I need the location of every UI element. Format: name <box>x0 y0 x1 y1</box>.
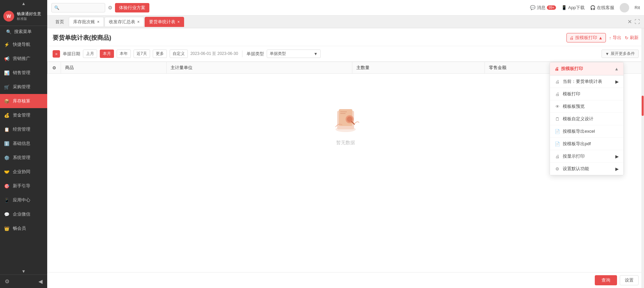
content-scrollbar <box>641 28 644 288</box>
expand-more-btn[interactable]: ▼ 展开更多条件 <box>602 50 639 58</box>
display-print-icon: 🖨 <box>555 154 560 159</box>
sidebar-bottom: ⚙ ◀ <box>0 275 47 288</box>
date-this-year-btn[interactable]: 本年 <box>117 50 131 58</box>
col-quantity: 主数量 <box>352 62 485 74</box>
sidebar-item-member[interactable]: 👑 畅会员 <box>0 221 47 235</box>
print-dropdown: 🖨 按模板打印 ▲ 🖨 当前：要货单统计表 ▶ 🖨 模板打印 👁 模板板预览 <box>550 62 624 175</box>
refresh-btn[interactable]: ↻ 刷新 <box>625 35 639 41</box>
col-settings[interactable]: ⚙ <box>48 62 61 74</box>
expand-more-icon: ▼ <box>605 52 609 56</box>
sidebar-item-guide[interactable]: 🎯 新手引导 <box>0 179 47 193</box>
sidebar-item-inventory[interactable]: 📦 库存核算 <box>0 94 47 108</box>
topbar-gear-icon[interactable]: ⚙ <box>108 5 112 11</box>
export-icon: ↑ <box>609 35 612 40</box>
purchase-icon: 🛒 <box>3 84 10 90</box>
filter-separator <box>242 51 242 57</box>
system-icon: ⚙️ <box>3 154 10 161</box>
logo-text: 畅康通好生意 标准版 <box>17 11 41 21</box>
dropdown-set-default[interactable]: ⚙ 设置默认功能 ▶ <box>550 163 623 175</box>
dropdown-display-print[interactable]: 🖨 按显示打印 ▶ <box>550 150 623 163</box>
topbar: 🔍 ⚙ 体验行业方案 💬 消息 99+ 📱 App下载 🎧 在线客服 Rit <box>47 0 644 15</box>
sidebar-item-app-center[interactable]: 📱 应用中心 <box>0 193 47 207</box>
sidebar-search[interactable]: 🔍 搜索菜单 <box>0 26 47 37</box>
dropdown-export-pdf[interactable]: 📄 按模板导出pdf <box>550 138 623 150</box>
dropdown-template-design[interactable]: 🗒 模板自定义设计 <box>550 113 623 125</box>
date-7days-btn[interactable]: 近7天 <box>134 50 150 58</box>
user-avatar[interactable] <box>620 3 629 12</box>
filter-bar: » 单据日期 上月 本月 本年 近7天 更多 自定义 2023-06-01 至 … <box>47 46 644 62</box>
dropdown-template-preview[interactable]: 👁 模板板预览 <box>550 100 623 113</box>
date-this-month-btn[interactable]: 本月 <box>100 50 114 58</box>
print-btn[interactable]: 🖨 按模板打印 ▲ <box>566 33 606 42</box>
service-icon: 🎧 <box>590 5 595 10</box>
enterprise-wechat-icon: 💬 <box>3 211 10 218</box>
sidebar-item-purchase[interactable]: 🛒 采购管理 <box>0 80 47 94</box>
sidebar-scroll-up[interactable]: ▲ <box>0 0 47 7</box>
date-last-month-btn[interactable]: 上月 <box>83 50 97 58</box>
tab-home[interactable]: 首页 <box>51 17 68 27</box>
print-arrow-up-icon: ▲ <box>598 35 603 40</box>
empty-illustration <box>329 101 362 134</box>
tab-close-order-stats[interactable]: × <box>177 20 180 24</box>
sidebar-item-finance[interactable]: 💰 资金管理 <box>0 108 47 122</box>
current-template-icon: 🖨 <box>555 79 560 84</box>
topbar-left: 🔍 ⚙ 体验行业方案 <box>51 3 149 12</box>
select-arrow-icon: ▼ <box>314 52 318 56</box>
tab-order-stats[interactable]: 要货单统计表 × <box>145 17 184 27</box>
online-service-btn[interactable]: 🎧 在线客服 <box>590 5 614 11</box>
topbar-search-box[interactable]: 🔍 <box>51 3 105 12</box>
sidebar-item-enterprise-wechat[interactable]: 💬 企业微信 <box>0 207 47 221</box>
export-btn[interactable]: ↑ 导出 <box>609 35 622 41</box>
date-custom-btn[interactable]: 自定义 <box>170 50 188 58</box>
page-actions: 🖨 按模板打印 ▲ ↑ 导出 ↻ 刷新 <box>566 33 639 42</box>
date-more-btn[interactable]: 更多 <box>153 50 167 58</box>
svg-rect-7 <box>340 113 346 114</box>
settings-action-btn[interactable]: 设置 <box>620 275 639 285</box>
search-icon: 🔍 <box>54 5 59 10</box>
settings-icon[interactable]: ⚙ <box>5 278 9 285</box>
logo-icon: W <box>3 11 14 22</box>
scrollbar-thumb[interactable] <box>642 96 644 116</box>
message-btn[interactable]: 💬 消息 99+ <box>530 5 556 11</box>
tab-close-receipt-summary[interactable]: × <box>137 20 140 24</box>
svg-rect-6 <box>340 111 347 112</box>
dropdown-export-excel[interactable]: 📄 按模板导出excel <box>550 125 623 138</box>
filter-expand-btn[interactable]: » <box>53 50 60 58</box>
tab-batch-account[interactable]: 库存批次账 × <box>69 17 104 27</box>
sidebar-item-enterprise[interactable]: 🤝 企业协同 <box>0 165 47 179</box>
page-header: 要货单统计表(按商品) 🖨 按模板打印 ▲ ↑ 导出 ↻ 刷新 <box>47 28 644 46</box>
tab-close-batch-account[interactable]: × <box>97 20 99 24</box>
guide-icon: 🎯 <box>3 183 10 189</box>
sidebar-item-quick-nav[interactable]: ⚡ 快捷导航 <box>0 37 47 52</box>
order-type-select[interactable]: 单据类型 ▼ <box>267 50 321 58</box>
sidebar-item-operations[interactable]: 📋 经营管理 <box>0 122 47 136</box>
marketing-icon: 📢 <box>3 55 10 62</box>
sidebar-item-marketing[interactable]: 📢 营销推广 <box>0 52 47 66</box>
content-area: 要货单统计表(按商品) 🖨 按模板打印 ▲ ↑ 导出 ↻ 刷新 <box>47 28 644 288</box>
app-download-btn[interactable]: 📱 App下载 <box>561 5 585 11</box>
date-range-display: 2023-06-01 至 2023-06-30 <box>191 51 238 57</box>
dropdown-close-icon[interactable]: ▲ <box>614 66 619 71</box>
sidebar-scroll-down[interactable]: ▼ <box>0 268 47 275</box>
bottom-bar: 查询 设置 <box>47 272 644 288</box>
topbar-right: 💬 消息 99+ 📱 App下载 🎧 在线客服 Rit <box>530 3 640 12</box>
sidebar-item-sales[interactable]: 📊 销售管理 <box>0 66 47 80</box>
main-content: 🔍 ⚙ 体验行业方案 💬 消息 99+ 📱 App下载 🎧 在线客服 Rit <box>47 0 644 288</box>
sidebar-item-system[interactable]: ⚙️ 系统管理 <box>0 151 47 165</box>
member-icon: 👑 <box>3 225 10 232</box>
close-all-tabs-btn[interactable]: ✕ <box>627 19 632 25</box>
dropdown-template-print[interactable]: 🖨 模板打印 <box>550 88 623 100</box>
collapse-icon[interactable]: ◀ <box>38 278 42 285</box>
app-logo: W 畅康通好生意 标准版 <box>0 7 47 26</box>
tab-receipt-summary[interactable]: 收发存汇总表 × <box>105 17 144 27</box>
order-type-label: 单据类型 <box>246 51 264 57</box>
finance-icon: 💰 <box>3 112 10 119</box>
trial-btn[interactable]: 体验行业方案 <box>115 3 149 12</box>
enterprise-icon: 🤝 <box>3 168 10 175</box>
dropdown-current-item[interactable]: 🖨 当前：要货单统计表 ▶ <box>550 75 623 88</box>
expand-window-btn[interactable]: ⛶ <box>635 19 640 25</box>
sales-icon: 📊 <box>3 69 10 76</box>
message-icon: 💬 <box>530 5 535 10</box>
query-btn[interactable]: 查询 <box>595 275 617 285</box>
sidebar-item-basic-info[interactable]: ℹ️ 基础信息 <box>0 136 47 151</box>
